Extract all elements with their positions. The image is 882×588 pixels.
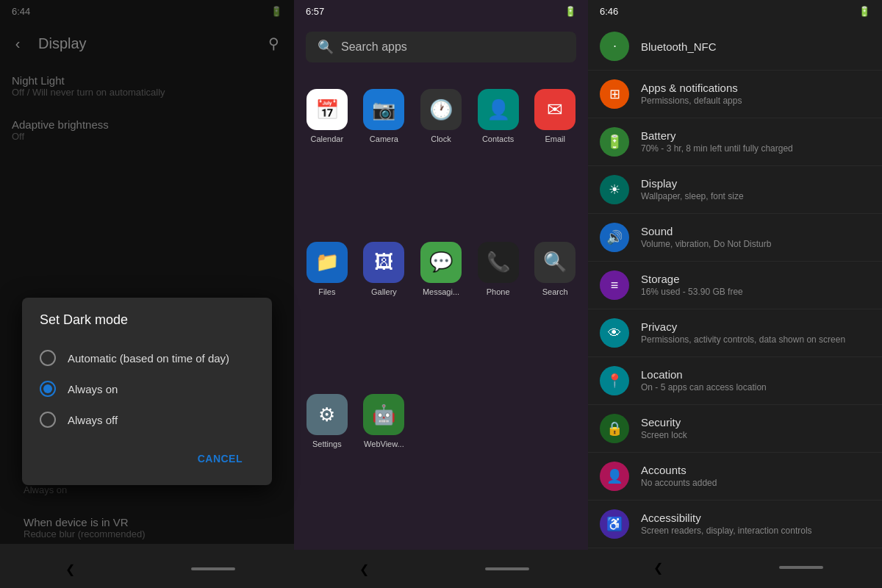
bluetooth-icon: ⋅ (600, 32, 629, 61)
app-icon-webview: 🤖 (363, 394, 404, 435)
radio-always-on[interactable]: Always on (40, 373, 254, 404)
menu-icon-display: ☀ (600, 175, 629, 204)
radio-label-automatic: Automatic (based on time of day) (68, 352, 229, 365)
menu-item-privacy[interactable]: 👁PrivacyPermissions, activity controls, … (588, 309, 882, 357)
home-nav-pill-p2[interactable] (485, 567, 529, 570)
app-icon-camera: 📷 (363, 89, 404, 130)
menu-item-sound[interactable]: 🔊SoundVolume, vibration, Do Not Disturb (588, 214, 882, 262)
menu-title-apps-notifications: Apps & notifications (641, 82, 870, 94)
menu-item-display[interactable]: ☀DisplayWallpaper, sleep, font size (588, 166, 882, 214)
menu-sub-apps-notifications: Permissions, default apps (641, 96, 870, 107)
app-item-search[interactable]: 🔍Search (528, 236, 582, 386)
menu-item-accounts[interactable]: 👤AccountsNo accounts added (588, 453, 882, 501)
menu-item-apps-notifications[interactable]: ⊞Apps & notificationsPermissions, defaul… (588, 71, 882, 118)
app-icon-clock: 🕐 (420, 89, 462, 130)
radio-label-always-off: Always off (68, 414, 118, 426)
app-item-calendar[interactable]: 📅Calendar (300, 83, 354, 233)
menu-item-battery[interactable]: 🔋Battery70% - 3 hr, 8 min left until ful… (588, 118, 882, 166)
app-label-search: Search (542, 287, 568, 297)
status-icons-panel3: 🔋 (858, 6, 870, 17)
dialog-actions: CANCEL (40, 447, 254, 470)
menu-title-location: Location (641, 368, 870, 381)
cancel-button[interactable]: CANCEL (186, 447, 254, 470)
time-panel3: 6:46 (600, 6, 618, 17)
app-item-webview[interactable]: 🤖WebView... (357, 388, 412, 538)
menu-icon-accessibility: ♿ (600, 509, 629, 539)
status-bar-panel2: 6:57 🔋 (294, 0, 588, 23)
menu-icon-accounts: 👤 (600, 462, 629, 491)
menu-sub-privacy: Permissions, activity controls, data sho… (641, 334, 870, 346)
app-grid: 📅Calendar📷Camera🕐Clock👤Contacts✉Email📁Fi… (294, 71, 588, 550)
menu-text-storage: Storage16% used - 53.90 GB free (641, 273, 870, 298)
radio-circle-always-on (40, 381, 56, 397)
time-panel2: 6:57 (306, 6, 324, 17)
radio-label-always-on: Always on (68, 383, 118, 395)
menu-sub-accounts: No accounts added (641, 478, 870, 490)
battery-icon-panel2: 🔋 (564, 6, 576, 17)
app-icon-calendar: 📅 (306, 89, 348, 130)
app-label-email: Email (545, 135, 565, 144)
app-label-phone: Phone (487, 287, 510, 297)
app-item-phone[interactable]: 📞Phone (471, 236, 526, 386)
menu-text-apps-notifications: Apps & notificationsPermissions, default… (641, 82, 870, 107)
panel-app-drawer: 6:57 🔋 🔍 Search apps 📅Calendar📷Camera🕐Cl… (294, 0, 588, 588)
menu-sub-display: Wallpaper, sleep, font size (641, 191, 870, 203)
menu-sub-storage: 16% used - 53.90 GB free (641, 287, 870, 298)
dark-mode-dialog: Set Dark mode Automatic (based on time o… (22, 298, 272, 485)
back-nav-button-p3[interactable]: ❮ (647, 556, 669, 578)
app-item-settings[interactable]: ⚙Settings (300, 388, 354, 538)
dialog-title: Set Dark mode (40, 312, 254, 328)
app-icon-messagi: 💬 (420, 242, 462, 283)
status-bar-panel3: 6:46 🔋 (588, 0, 882, 23)
menu-icon-location: 📍 (600, 366, 629, 395)
app-item-gallery[interactable]: 🖼Gallery (357, 236, 412, 386)
radio-always-off[interactable]: Always off (40, 404, 254, 435)
menu-sub-battery: 70% - 3 hr, 8 min left until fully charg… (641, 143, 870, 155)
radio-automatic[interactable]: Automatic (based on time of day) (40, 343, 254, 373)
search-icon: 🔍 (318, 39, 334, 55)
menu-text-bluetooth: Bluetooth_NFC (641, 40, 870, 53)
menu-item-bluetooth[interactable]: ⋅ Bluetooth_NFC (588, 23, 882, 71)
nav-bar-panel1: ❮ (0, 550, 294, 588)
radio-circle-automatic (40, 350, 56, 366)
app-label-settings: Settings (312, 440, 342, 449)
menu-text-location: LocationOn - 5 apps can access location (641, 368, 870, 394)
dialog-overlay: Set Dark mode Automatic (based on time o… (0, 0, 294, 544)
panel-display-settings: 6:44 🔋 ‹ Display ⚲ Night Light Off / Wil… (0, 0, 294, 588)
menu-item-accessibility[interactable]: ♿AccessibilityScreen readers, display, i… (588, 501, 882, 548)
app-label-gallery: Gallery (371, 287, 397, 297)
app-label-messagi: Messagi... (423, 287, 459, 297)
menu-text-sound: SoundVolume, vibration, Do Not Disturb (641, 225, 870, 251)
menu-item-security[interactable]: 🔒SecurityScreen lock (588, 405, 882, 453)
menu-title-accounts: Accounts (641, 464, 870, 476)
radio-circle-always-off (40, 412, 56, 428)
search-apps-text: Search apps (341, 40, 407, 54)
app-icon-contacts: 👤 (478, 89, 519, 130)
menu-icon-privacy: 👁 (600, 318, 629, 348)
home-nav-pill-p3[interactable] (779, 566, 823, 569)
panel-main-settings: 6:46 🔋 ⋅ Bluetooth_NFC ⊞Apps & notificat… (588, 0, 882, 588)
app-item-camera[interactable]: 📷Camera (357, 83, 412, 233)
app-icon-files: 📁 (306, 242, 348, 283)
search-bar[interactable]: 🔍 Search apps (306, 32, 576, 62)
app-icon-settings: ⚙ (306, 394, 348, 435)
back-nav-button[interactable]: ❮ (59, 558, 81, 580)
menu-icon-storage: ≡ (600, 270, 629, 300)
app-item-contacts[interactable]: 👤Contacts (471, 83, 526, 233)
menu-item-storage[interactable]: ≡Storage16% used - 53.90 GB free (588, 262, 882, 309)
menu-title-privacy: Privacy (641, 320, 870, 333)
menu-sub-sound: Volume, vibration, Do Not Disturb (641, 239, 870, 251)
menu-item-location[interactable]: 📍LocationOn - 5 apps can access location (588, 357, 882, 405)
home-nav-pill[interactable] (191, 567, 235, 570)
app-item-files[interactable]: 📁Files (300, 236, 354, 386)
back-nav-button-p2[interactable]: ❮ (353, 558, 375, 580)
menu-icon-sound: 🔊 (600, 223, 629, 252)
app-item-messagi[interactable]: 💬Messagi... (414, 236, 468, 386)
menu-text-display: DisplayWallpaper, sleep, font size (641, 177, 870, 203)
app-label-files: Files (318, 287, 335, 297)
status-icons-panel2: 🔋 (564, 6, 576, 17)
app-item-clock[interactable]: 🕐Clock (414, 83, 468, 233)
menu-text-accessibility: AccessibilityScreen readers, display, in… (641, 512, 870, 537)
menu-text-accounts: AccountsNo accounts added (641, 464, 870, 490)
app-item-email[interactable]: ✉Email (528, 83, 582, 233)
